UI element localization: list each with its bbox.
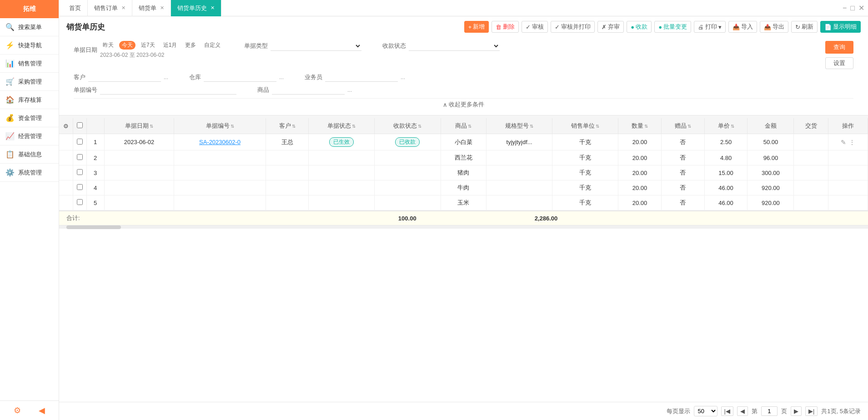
doc-number-input[interactable] bbox=[100, 85, 236, 95]
tab-sales-order-close[interactable]: ✕ bbox=[121, 5, 125, 11]
doc-number-link[interactable]: SA-20230602-0 bbox=[199, 139, 241, 145]
tab-sales-delivery[interactable]: 销货单 ✕ bbox=[132, 0, 171, 16]
td-doc-number[interactable] bbox=[174, 150, 266, 165]
sidebar-item-purchase[interactable]: 🛒 采购管理 bbox=[0, 73, 59, 91]
display-details-button[interactable]: 📄 显示明细 bbox=[820, 21, 861, 33]
doc-type-select[interactable] bbox=[271, 41, 361, 51]
th-doc-date[interactable]: 单据日期⇅ bbox=[104, 118, 174, 134]
refresh-button[interactable]: ↻ 刷新 bbox=[791, 21, 818, 33]
prev-page-btn[interactable]: ◀ bbox=[737, 406, 748, 416]
sidebar-item-inventory[interactable]: 🏠 库存核算 bbox=[0, 91, 59, 109]
last-page-btn[interactable]: ▶| bbox=[805, 406, 818, 416]
td-gear[interactable] bbox=[59, 195, 73, 210]
td-checkbox[interactable] bbox=[73, 134, 86, 150]
discard-button[interactable]: ✗ 弃审 bbox=[597, 21, 624, 33]
delete-button[interactable]: 🗑 删除 bbox=[492, 21, 519, 33]
page-number-input[interactable] bbox=[761, 406, 778, 416]
edit-icon[interactable]: ✎ bbox=[841, 139, 846, 146]
td-checkbox[interactable] bbox=[73, 165, 86, 180]
td-gear[interactable] bbox=[59, 134, 73, 150]
date-tab-yesterday[interactable]: 昨天 bbox=[100, 41, 116, 50]
horizontal-scrollbar[interactable] bbox=[59, 225, 868, 229]
tab-history-close[interactable]: ✕ bbox=[211, 5, 215, 11]
customer-input[interactable] bbox=[88, 73, 161, 82]
tab-home[interactable]: 首页 bbox=[63, 0, 88, 16]
product-ellipsis-btn[interactable]: ... bbox=[347, 87, 352, 93]
batch-change-button[interactable]: ● 批量变更 bbox=[654, 21, 691, 33]
td-doc-number[interactable] bbox=[174, 180, 266, 195]
td-action[interactable] bbox=[828, 165, 868, 180]
salesperson-input[interactable] bbox=[325, 73, 398, 82]
th-gift[interactable]: 赠品⇅ bbox=[661, 118, 704, 134]
export-button[interactable]: 📤 导出 bbox=[760, 21, 788, 33]
tab-sales-delivery-history[interactable]: 销货单历史 ✕ bbox=[171, 0, 221, 16]
td-action[interactable]: ✎⋮ bbox=[828, 134, 868, 150]
minimize-icon[interactable]: − bbox=[843, 4, 847, 12]
window-close-icon[interactable]: ✕ bbox=[858, 4, 864, 12]
maximize-icon[interactable]: □ bbox=[850, 4, 855, 12]
td-gear[interactable] bbox=[59, 165, 73, 180]
th-doc-status[interactable]: 单据状态⇅ bbox=[309, 118, 375, 134]
sidebar-item-sys-admin[interactable]: ⚙️ 系统管理 bbox=[0, 164, 59, 182]
product-input[interactable] bbox=[272, 85, 345, 95]
sidebar-item-operations[interactable]: 📈 经营管理 bbox=[0, 127, 59, 145]
th-quantity[interactable]: 数量⇅ bbox=[618, 118, 662, 134]
td-doc-number[interactable]: SA-20230602-0 bbox=[174, 134, 266, 150]
th-doc-number[interactable]: 单据编号⇅ bbox=[174, 118, 266, 134]
next-page-btn[interactable]: ▶ bbox=[791, 406, 802, 416]
query-button[interactable]: 查询 bbox=[825, 41, 853, 54]
th-spec[interactable]: 规格型号⇅ bbox=[487, 118, 552, 134]
sidebar-item-quick-nav[interactable]: ⚡ 快捷导航 bbox=[0, 36, 59, 55]
sidebar-settings-icon[interactable]: ⚙ bbox=[14, 405, 21, 415]
audit-button[interactable]: ✓ 审核 bbox=[522, 21, 548, 33]
td-checkbox[interactable] bbox=[73, 150, 86, 165]
td-action[interactable] bbox=[828, 195, 868, 210]
th-checkbox[interactable] bbox=[73, 118, 86, 134]
product-label: 商品 bbox=[257, 86, 269, 94]
new-button[interactable]: + 新增 bbox=[464, 21, 489, 33]
salesperson-ellipsis-btn[interactable]: ... bbox=[401, 74, 405, 80]
warehouse-ellipsis-btn[interactable]: ... bbox=[279, 74, 284, 80]
tab-sales-order[interactable]: 销售订单 ✕ bbox=[88, 0, 132, 16]
sidebar-item-sales[interactable]: 📊 销售管理 bbox=[0, 55, 59, 73]
sidebar-item-finance[interactable]: 💰 资金管理 bbox=[0, 109, 59, 127]
settings-button[interactable]: 设置 bbox=[825, 57, 853, 69]
tab-sales-delivery-close[interactable]: ✕ bbox=[160, 5, 164, 11]
td-gear[interactable] bbox=[59, 180, 73, 195]
th-unit[interactable]: 销售单位⇅ bbox=[552, 118, 618, 134]
date-tab-more[interactable]: 更多 bbox=[182, 41, 199, 50]
print-button[interactable]: 🖨 打印 ▾ bbox=[694, 21, 726, 33]
payment-status-select[interactable] bbox=[409, 41, 500, 51]
per-page-select[interactable]: 50 100 bbox=[694, 406, 717, 416]
sidebar-collapse-icon[interactable]: ◀ bbox=[39, 405, 45, 415]
collapse-button[interactable]: ∧ 收起更多条件 bbox=[74, 98, 853, 110]
th-product[interactable]: 商品⇅ bbox=[441, 118, 487, 134]
date-tab-1month[interactable]: 近1月 bbox=[161, 41, 180, 50]
audit-print-button[interactable]: ✓ 审核并打印 bbox=[551, 21, 595, 33]
th-gear[interactable]: ⚙ bbox=[59, 118, 73, 134]
td-action[interactable] bbox=[828, 150, 868, 165]
scrollbar-thumb[interactable] bbox=[66, 225, 121, 229]
collect-button[interactable]: ● 收款 bbox=[627, 21, 652, 33]
customer-ellipsis-btn[interactable]: ... bbox=[164, 74, 168, 80]
td-action[interactable] bbox=[828, 180, 868, 195]
sidebar-item-basic-info[interactable]: 📋 基础信息 bbox=[0, 145, 59, 164]
more-action-icon[interactable]: ⋮ bbox=[849, 139, 855, 146]
td-checkbox[interactable] bbox=[73, 180, 86, 195]
th-customer[interactable]: 客户⇅ bbox=[266, 118, 309, 134]
select-all-checkbox[interactable] bbox=[77, 122, 83, 128]
warehouse-input[interactable] bbox=[204, 73, 276, 82]
td-gear[interactable] bbox=[59, 150, 73, 165]
th-payment-status[interactable]: 收款状态⇅ bbox=[375, 118, 441, 134]
td-doc-number[interactable] bbox=[174, 165, 266, 180]
date-tab-custom[interactable]: 自定义 bbox=[201, 41, 223, 50]
td-checkbox[interactable] bbox=[73, 195, 86, 210]
sidebar-item-search-menu[interactable]: 🔍 搜索菜单 bbox=[0, 18, 59, 36]
date-tab-today[interactable]: 今天 bbox=[119, 41, 135, 50]
date-tab-7days[interactable]: 近7天 bbox=[138, 41, 158, 50]
import-button[interactable]: 📥 导入 bbox=[728, 21, 757, 33]
td-doc-number[interactable] bbox=[174, 195, 266, 210]
first-page-btn[interactable]: |◀ bbox=[721, 406, 733, 416]
th-row-num bbox=[86, 118, 104, 134]
th-unit-price[interactable]: 单价⇅ bbox=[704, 118, 748, 134]
